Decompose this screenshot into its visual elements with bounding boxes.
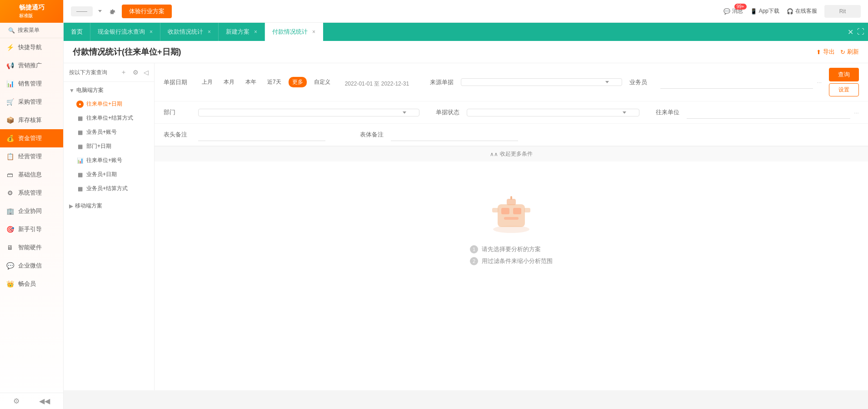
sidebar-item-marketing[interactable]: 📢 营销推广 bbox=[0, 56, 63, 75]
tab-new-scheme[interactable]: 新建方案 × bbox=[219, 23, 265, 41]
mobile-group-header[interactable]: ▶ 移动端方案 bbox=[64, 199, 154, 212]
tab-payment-stat[interactable]: 收款情况统计 × bbox=[160, 23, 219, 41]
doc-status-dropdown-arrow bbox=[623, 111, 626, 114]
date-custom[interactable]: 自定义 bbox=[310, 77, 334, 87]
marketing-label: 营销推广 bbox=[18, 61, 42, 70]
scheme-unit-date-label: 往来单位+日期 bbox=[86, 100, 122, 108]
scheme-panel-icons: ＋ ⚙ bbox=[119, 68, 140, 77]
scheme-unit-settlement[interactable]: ▦ 往来单位+结算方式 bbox=[64, 111, 154, 125]
message-action[interactable]: 💬 消息 99+ bbox=[723, 7, 743, 15]
tab-new-scheme-close[interactable]: × bbox=[254, 29, 257, 35]
sidebar-settings-btn[interactable]: ⚙ bbox=[13, 397, 20, 405]
scheme-table-icon: ▦ bbox=[76, 115, 84, 122]
partner-more-btn[interactable]: ··· bbox=[854, 109, 859, 116]
scheme-collapse-btn[interactable]: ◁ bbox=[144, 69, 149, 76]
company-dropdown-arrow[interactable] bbox=[98, 10, 102, 12]
staff-input-area[interactable] bbox=[660, 76, 813, 89]
search-menu-item[interactable]: 🔍 搜索菜单 bbox=[0, 23, 63, 38]
sidebar-item-sales[interactable]: 📊 销售管理 bbox=[0, 75, 63, 93]
date-last-7days[interactable]: 近7天 bbox=[264, 77, 285, 87]
sidebar-item-inventory[interactable]: 📦 库存核算 bbox=[0, 111, 63, 129]
date-last-month[interactable]: 上月 bbox=[198, 77, 216, 87]
dept-filter-label: 部门 bbox=[164, 108, 191, 116]
scheme-unit-account-label: 往来单位+账号 bbox=[86, 157, 122, 164]
user-avatar[interactable]: Rit bbox=[824, 5, 861, 18]
tab-home[interactable]: 首页 bbox=[64, 23, 90, 41]
tab-payment-stat-close[interactable]: × bbox=[208, 29, 211, 35]
sidebar-item-hardware[interactable]: 🖥 智能硬件 bbox=[0, 238, 63, 257]
collapse-more-btn[interactable]: ∧∧ 收起更多条件 bbox=[155, 146, 868, 162]
app-icon: 📱 bbox=[750, 8, 757, 15]
enterprise-icon: 🏢 bbox=[5, 207, 15, 216]
desktop-group-header[interactable]: ▼ 电脑端方案 bbox=[64, 84, 154, 97]
sidebar-item-system[interactable]: ⚙ 系统管理 bbox=[0, 184, 63, 202]
sidebar-item-guide[interactable]: 🎯 新手引导 bbox=[0, 220, 63, 238]
header-note-input[interactable] bbox=[198, 128, 325, 141]
sidebar-item-quick-nav[interactable]: ⚡ 快捷导航 bbox=[0, 38, 63, 56]
header-settings-btn[interactable] bbox=[105, 5, 118, 18]
date-range-display: 2022-01-01 至 2022-12-31 bbox=[345, 80, 409, 88]
svg-rect-7 bbox=[492, 208, 499, 212]
scheme-table-icon4: ▦ bbox=[76, 171, 84, 178]
header-note-label: 表头备注 bbox=[164, 131, 191, 139]
scheme-unit-account[interactable]: 📊 往来单位+账号 bbox=[64, 153, 154, 167]
staff-filter-group: 业务员 ··· bbox=[629, 76, 822, 89]
scheme-settings-icon[interactable]: ⚙ bbox=[131, 68, 140, 77]
trial-industry-btn[interactable]: 体验行业方案 bbox=[122, 5, 172, 18]
dept-dropdown-arrow bbox=[403, 111, 406, 114]
app-label: App下载 bbox=[759, 7, 779, 15]
scheme-staff-account[interactable]: ▦ 业务员+账号 bbox=[64, 125, 154, 139]
partner-input-area[interactable] bbox=[687, 106, 850, 119]
tab-pay-stat-close[interactable]: × bbox=[312, 29, 315, 35]
add-scheme-icon[interactable]: ＋ bbox=[119, 68, 128, 77]
sales-label: 销售管理 bbox=[18, 80, 42, 88]
doc-status-filter-group: 单据状态 bbox=[436, 108, 639, 116]
scheme-staff-settlement[interactable]: ▦ 业务员+结算方式 bbox=[64, 182, 154, 196]
date-this-month[interactable]: 本月 bbox=[220, 77, 238, 87]
refresh-btn[interactable]: ↻ 刷新 bbox=[840, 48, 859, 56]
tab-close-all-icon[interactable]: ✕ bbox=[848, 28, 853, 36]
scheme-dept-date[interactable]: ▦ 部门+日期 bbox=[64, 139, 154, 153]
body-note-input[interactable] bbox=[391, 128, 518, 141]
sidebar-item-enterprise[interactable]: 🏢 企业协同 bbox=[0, 202, 63, 220]
logo-sub: 标准版 bbox=[19, 13, 45, 19]
source-select[interactable] bbox=[461, 78, 622, 86]
tab-cashflow-close[interactable]: × bbox=[150, 29, 153, 35]
staff-more-btn[interactable]: ··· bbox=[817, 79, 822, 86]
scheme-staff-date[interactable]: ▦ 业务员+日期 bbox=[64, 167, 154, 182]
member-icon: 👑 bbox=[5, 279, 15, 288]
sidebar-item-finance[interactable]: 💰 资金管理 bbox=[0, 129, 63, 147]
filter-row-2: 部门 单据状态 往来单位 bbox=[155, 101, 868, 124]
date-more[interactable]: 更多 bbox=[289, 77, 307, 87]
tip-text-1: 请先选择要分析的方案 bbox=[482, 245, 541, 253]
filter-row-1: 单据日期 上月 本月 本年 近7天 更多 自定义 2022-01-01 至 20… bbox=[155, 63, 868, 101]
sidebar-item-basic-info[interactable]: 🗃 基础信息 bbox=[0, 166, 63, 184]
sidebar-item-purchase[interactable]: 🛒 采购管理 bbox=[0, 93, 63, 111]
settings-small-btn[interactable]: 设置 bbox=[829, 83, 859, 96]
hardware-label: 智能硬件 bbox=[18, 243, 42, 252]
tab-pay-stat[interactable]: 付款情况统计 × bbox=[265, 23, 323, 41]
finance-label: 资金管理 bbox=[18, 134, 42, 142]
source-dropdown-arrow bbox=[605, 81, 609, 83]
date-options: 上月 本月 本年 近7天 更多 自定义 bbox=[198, 77, 334, 87]
empty-tips: 1 请先选择要分析的方案 2 用过滤条件来缩小分析范围 bbox=[470, 245, 553, 265]
online-service-action[interactable]: 🎧 在线客服 bbox=[787, 7, 817, 15]
tab-fullscreen-icon[interactable]: ⛶ bbox=[857, 28, 864, 36]
scheme-unit-date[interactable]: ● 往来单位+日期 bbox=[64, 97, 154, 111]
quick-nav-icon: ⚡ bbox=[5, 43, 15, 52]
dept-select[interactable] bbox=[198, 109, 419, 116]
doc-status-select[interactable] bbox=[467, 109, 639, 116]
tab-cashflow[interactable]: 现金银行流水查询 × bbox=[90, 23, 160, 41]
date-this-year[interactable]: 本年 bbox=[242, 77, 260, 87]
svg-rect-4 bbox=[504, 217, 519, 220]
mobile-expand-icon: ▶ bbox=[69, 203, 73, 209]
hardware-icon: 🖥 bbox=[5, 243, 15, 252]
sidebar-collapse-btn[interactable]: ◀◀ bbox=[39, 397, 50, 405]
sidebar-item-operations[interactable]: 📋 经营管理 bbox=[0, 147, 63, 166]
sidebar-item-member[interactable]: 👑 畅会员 bbox=[0, 275, 63, 293]
app-download-action[interactable]: 📱 App下载 bbox=[750, 7, 779, 15]
query-btn[interactable]: 查询 bbox=[829, 68, 859, 81]
export-btn[interactable]: ⬆ 导出 bbox=[816, 48, 835, 56]
search-label: 搜索菜单 bbox=[18, 26, 40, 34]
sidebar-item-wechat[interactable]: 💬 企业微信 bbox=[0, 257, 63, 275]
